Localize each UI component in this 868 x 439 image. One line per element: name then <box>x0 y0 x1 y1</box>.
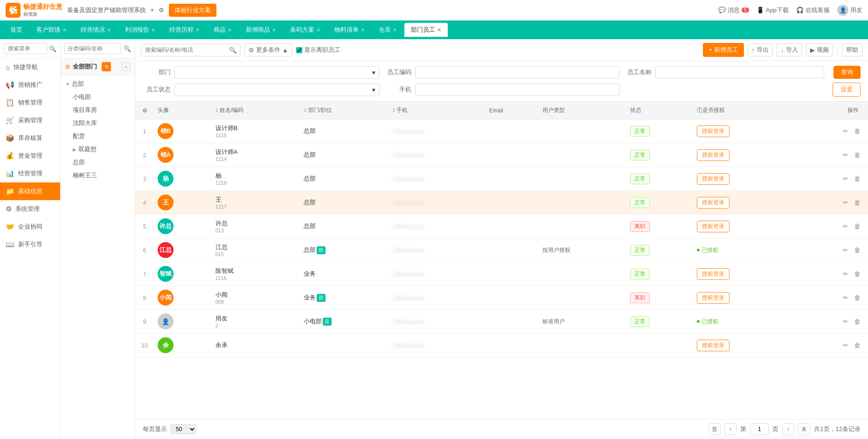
tab-home[interactable]: 首页 <box>4 23 29 37</box>
tab-history[interactable]: 经营历程 ✕ <box>163 23 206 37</box>
tab-bom[interactable]: 物料清单 ✕ <box>328 23 371 37</box>
delete-btn[interactable]: 🗑 <box>852 222 862 231</box>
edit-btn[interactable]: ✏ <box>841 126 850 136</box>
settings-icon[interactable]: ⚙ <box>159 7 164 14</box>
next-page-btn[interactable]: › <box>782 423 794 435</box>
dept-node-xiaodianbu[interactable]: 小电部 <box>68 91 135 104</box>
prev-page-btn[interactable]: ‹ <box>724 423 736 435</box>
delete-btn[interactable]: 🗑 <box>852 341 862 350</box>
dept-collapse-btn[interactable]: « <box>122 63 130 71</box>
edit-btn[interactable]: ✏ <box>841 174 850 183</box>
edit-btn[interactable]: ✏ <box>841 150 850 160</box>
close-icon[interactable]: ✕ <box>107 27 111 33</box>
edit-btn[interactable]: ✏ <box>841 245 850 255</box>
search-input[interactable] <box>141 44 225 56</box>
close-icon[interactable]: ✕ <box>228 27 232 33</box>
tab-warehouse[interactable]: 仓库 ✕ <box>372 23 403 37</box>
close-icon[interactable]: ✕ <box>361 27 365 33</box>
col-settings[interactable]: ⚙ <box>135 102 154 119</box>
edit-btn[interactable]: ✏ <box>841 341 850 350</box>
auth-btn[interactable]: 授权登录 <box>697 221 729 232</box>
auth-btn[interactable]: 授权登录 <box>697 197 729 209</box>
auth-btn[interactable]: 授权登录 <box>697 149 729 161</box>
sidebar-item-quicknav[interactable]: ⌂快捷导航 <box>0 58 60 76</box>
query-btn[interactable]: 查询 <box>833 66 861 79</box>
sidebar-item-system[interactable]: ⚙系统管理 <box>0 200 60 218</box>
col-phone[interactable]: ↕ 手机 <box>389 102 486 119</box>
search-button[interactable]: 🔍 <box>225 44 240 56</box>
tab-new-goods[interactable]: 新增商品 ✕ <box>239 23 283 37</box>
sidebar-item-marketing[interactable]: 📢营销推广 <box>0 76 60 94</box>
online-service-btn[interactable]: 🎧 在线客服 <box>796 6 830 14</box>
import-btn[interactable]: ↓ 导入 <box>777 43 802 56</box>
delete-btn[interactable]: 🗑 <box>852 317 862 326</box>
show-resigned-wrap[interactable]: 显示离职员工 <box>296 46 340 54</box>
dept-filter-select[interactable]: ▾ <box>174 66 380 79</box>
tab-barcode[interactable]: 条码方案 ✕ <box>284 23 327 37</box>
dropdown-icon[interactable]: ▾ <box>151 7 154 14</box>
delete-btn[interactable]: 🗑 <box>852 174 862 183</box>
auth-btn[interactable]: 授权登录 <box>697 173 729 185</box>
dept-edit-icon[interactable]: ✎ <box>102 62 111 71</box>
auth-btn[interactable]: 授权登录 <box>697 125 729 137</box>
edit-btn[interactable]: ✏ <box>841 269 850 279</box>
sidebar-item-basic-info[interactable]: 📁基础信息 <box>0 182 60 200</box>
dept-node-xiangmu[interactable]: 项目库房 <box>68 104 135 117</box>
page-number-input[interactable] <box>750 423 769 435</box>
sidebar-item-guide[interactable]: 📖新手引导 <box>0 236 60 253</box>
export-btn[interactable]: ↑ 导出 <box>748 43 773 56</box>
dept-node-nanshu[interactable]: 楠树王三 <box>68 169 135 182</box>
dept-search-input[interactable] <box>64 43 121 54</box>
dept-node-shenyang[interactable]: 沈阳大库 <box>68 117 135 130</box>
user-btn[interactable]: 👤 用友 <box>837 5 862 16</box>
edit-btn[interactable]: ✏ <box>841 317 850 326</box>
close-icon[interactable]: ✕ <box>393 27 397 33</box>
delete-btn[interactable]: 🗑 <box>852 269 862 279</box>
col-dept[interactable]: ↕ 部门/职位 <box>300 102 389 119</box>
auth-btn[interactable]: 授权登录 <box>697 292 729 304</box>
sidebar-item-operation-mgmt[interactable]: 📊经营管理 <box>0 165 60 182</box>
edit-btn[interactable]: ✏ <box>841 222 850 231</box>
show-resigned-checkbox[interactable] <box>296 47 302 53</box>
try-btn[interactable]: 体验行业方案 <box>169 4 216 17</box>
dept-node-zongbu-child[interactable]: 总部 <box>68 156 135 169</box>
close-icon[interactable]: ✕ <box>272 27 276 33</box>
tab-profit[interactable]: 利润报告 ✕ <box>118 23 162 37</box>
close-icon[interactable]: ✕ <box>437 27 441 33</box>
delete-btn[interactable]: 🗑 <box>852 150 862 160</box>
sidebar-item-inventory[interactable]: 📦库存核算 <box>0 129 60 147</box>
add-employee-btn[interactable]: + 新增员工 <box>703 43 743 57</box>
dept-node-peihuo[interactable]: 配货 <box>68 130 135 143</box>
emp-code-input[interactable] <box>415 66 620 78</box>
message-btn[interactable]: 💬 消息 5 <box>718 6 749 14</box>
delete-btn[interactable]: 🗑 <box>852 293 862 302</box>
sidebar-item-collab[interactable]: 🤝企业协同 <box>0 218 60 236</box>
more-filter-btn[interactable]: ⚙ 更多条件 ▲ <box>244 43 292 56</box>
auth-btn[interactable]: 授权登录 <box>697 268 729 280</box>
edit-btn[interactable]: ✏ <box>841 293 850 302</box>
first-page-btn[interactable]: 首 <box>708 423 721 435</box>
auth-btn[interactable]: 授权登录 <box>697 340 729 351</box>
close-icon[interactable]: ✕ <box>62 27 67 33</box>
tab-goods[interactable]: 商品 ✕ <box>207 23 238 37</box>
phone-input[interactable] <box>415 84 620 96</box>
dept-node-shuangting[interactable]: ▶ 双庭想 <box>68 143 135 156</box>
delete-btn[interactable]: 🗑 <box>852 245 862 255</box>
sidebar-item-finance[interactable]: 💰资金管理 <box>0 147 60 165</box>
edit-btn[interactable]: ✏ <box>841 198 850 207</box>
col-name[interactable]: ↕ 姓名/编码 <box>212 102 300 119</box>
delete-btn[interactable]: 🗑 <box>852 198 862 207</box>
emp-name-input[interactable] <box>655 66 824 78</box>
sidebar-search-input[interactable] <box>4 43 47 54</box>
help-btn[interactable]: 帮助 <box>842 43 862 56</box>
delete-btn[interactable]: 🗑 <box>852 126 862 136</box>
app-download-btn[interactable]: 📱 App下载 <box>757 6 789 14</box>
sidebar-item-sales[interactable]: 📋销售管理 <box>0 94 60 111</box>
status-filter-select[interactable]: ▾ <box>174 84 380 96</box>
tab-operation[interactable]: 经营情况 ✕ <box>74 23 118 37</box>
close-icon[interactable]: ✕ <box>195 27 200 33</box>
close-icon[interactable]: ✕ <box>151 27 155 33</box>
dept-node-zongbu-root[interactable]: ▼ 总部 <box>61 77 135 91</box>
sidebar-item-purchase[interactable]: 🛒采购管理 <box>0 111 60 129</box>
video-btn[interactable]: ▶ 视频 <box>806 43 833 56</box>
